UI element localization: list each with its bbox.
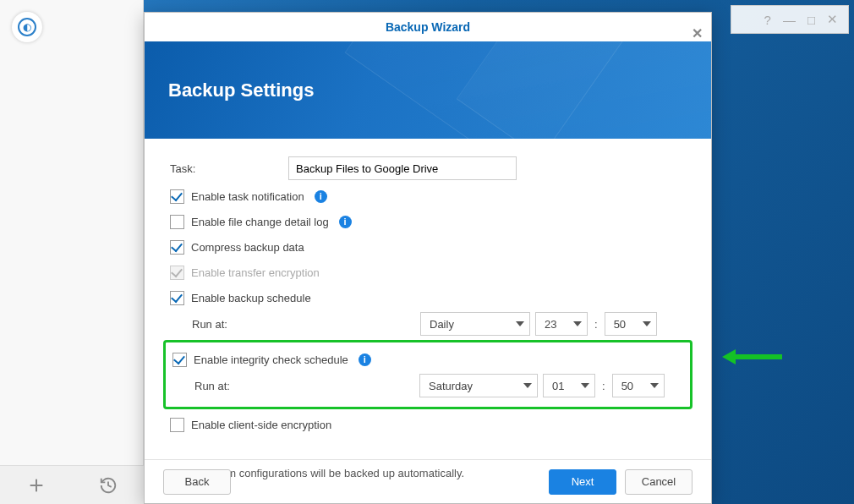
dialog-title-bar: Backup Wizard ✕ — [145, 13, 711, 41]
integrity-day-select[interactable]: Saturday — [419, 374, 538, 397]
checkbox-transfer-encryption — [170, 266, 184, 280]
integrity-minute-select[interactable]: 50 — [612, 374, 665, 397]
sidebar-footer — [0, 465, 144, 504]
info-icon[interactable]: i — [315, 190, 327, 203]
info-icon[interactable]: i — [339, 216, 352, 228]
label-backup-schedule: Enable backup schedule — [191, 292, 311, 304]
close-icon[interactable]: ✕ — [827, 12, 838, 27]
chevron-down-icon — [650, 383, 659, 388]
task-label: Task: — [170, 162, 288, 175]
minimize-icon[interactable]: — — [783, 13, 796, 27]
dialog-banner: Backup Settings — [145, 41, 711, 139]
checkbox-backup-schedule[interactable] — [170, 291, 184, 305]
schedule-runat-label: Run at: — [192, 318, 420, 331]
info-icon[interactable]: i — [359, 353, 371, 366]
back-button[interactable]: Back — [163, 469, 231, 495]
checkbox-integrity-schedule[interactable] — [172, 353, 187, 367]
schedule-hour-select[interactable]: 23 — [535, 312, 588, 336]
label-client-encryption: Enable client-side encryption — [191, 419, 331, 431]
label-detail-log: Enable file change detail log — [191, 216, 329, 228]
integrity-hour-select[interactable]: 01 — [543, 374, 595, 397]
integrity-runat-label: Run at: — [194, 380, 419, 392]
integrity-section-highlight: Enable integrity check schedule i Run at… — [163, 340, 693, 409]
label-task-notification: Enable task notification — [191, 190, 304, 203]
chevron-down-icon — [516, 321, 524, 326]
wizard-dialog: Backup Wizard ✕ Backup Settings Task: En… — [144, 12, 712, 504]
background-window-controls: ? — □ ✕ — [731, 5, 849, 34]
app-sidebar: ◐ — [0, 0, 144, 504]
dialog-body: Task: Enable task notification i Enable … — [145, 139, 711, 479]
chevron-down-icon — [581, 383, 589, 388]
checkbox-client-encryption[interactable] — [170, 418, 184, 432]
checkbox-compress[interactable] — [170, 240, 184, 255]
banner-heading: Backup Settings — [168, 79, 314, 101]
maximize-icon[interactable]: □ — [807, 13, 815, 27]
schedule-frequency-select[interactable]: Daily — [420, 312, 530, 336]
schedule-minute-select[interactable]: 50 — [605, 312, 657, 336]
label-compress: Compress backup data — [191, 241, 304, 254]
history-button[interactable] — [72, 466, 144, 504]
checkbox-task-notification[interactable] — [170, 189, 184, 204]
help-icon[interactable]: ? — [764, 13, 771, 27]
chevron-down-icon — [643, 321, 651, 326]
checkbox-detail-log[interactable] — [170, 215, 184, 229]
cancel-button[interactable]: Cancel — [625, 469, 693, 495]
dialog-title: Backup Wizard — [386, 20, 470, 34]
chevron-down-icon — [573, 321, 582, 326]
label-transfer-encryption: Enable transfer encryption — [191, 266, 320, 279]
annotation-arrow — [722, 349, 782, 364]
task-name-input[interactable] — [288, 156, 517, 180]
add-button[interactable] — [0, 466, 72, 504]
chevron-down-icon — [523, 383, 532, 388]
dialog-footer: Back Next Cancel — [145, 459, 711, 503]
label-integrity-schedule: Enable integrity check schedule — [194, 353, 348, 366]
app-logo[interactable]: ◐ — [12, 12, 42, 42]
next-button[interactable]: Next — [549, 469, 616, 495]
